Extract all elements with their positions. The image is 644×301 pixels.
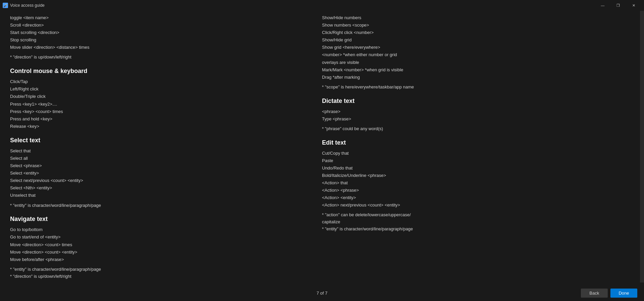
- main-content: toggle <item name> Scroll <direction> St…: [0, 11, 644, 281]
- cmd-select-next-prev: Select next/previous <count> <entity>: [10, 177, 309, 184]
- edit-text-title: Edit text: [322, 139, 620, 146]
- title-bar-left: 🎤 Voice access guide: [3, 3, 45, 8]
- window-title: Voice access guide: [10, 3, 45, 8]
- scrollbar[interactable]: [640, 11, 644, 283]
- cmd-double-triple: Double/Triple click: [10, 93, 309, 100]
- cmd-cut-copy: Cut/Copy that: [322, 150, 620, 157]
- page-indicator: 7 of 7: [317, 291, 328, 296]
- cmd-stop-scrolling: Stop scrolling: [10, 36, 309, 44]
- cmd-unselect: Unselect that: [10, 192, 309, 199]
- cmd-go-top-bottom: Go to top/bottom: [10, 226, 309, 233]
- cmd-show-hide-grid: Show/Hide grid: [322, 36, 620, 44]
- cmd-action-entity: <Action> <entity>: [322, 194, 620, 201]
- cmd-type-phrase: Type <phrase>: [322, 115, 620, 123]
- cmd-toggle: toggle <item name>: [10, 14, 309, 22]
- done-button[interactable]: Done: [610, 289, 637, 298]
- top-commands-left: toggle <item name> Scroll <direction> St…: [10, 14, 309, 51]
- cmd-move-before-after: Move before/after <phrase>: [10, 256, 309, 263]
- left-column: toggle <item name> Scroll <direction> St…: [10, 14, 322, 261]
- cmd-bold-italic: Bold/Italicize/Underline <phrase>: [322, 172, 620, 179]
- cmd-action-next-prev: <Action> next/previous <count> <entity>: [322, 201, 620, 209]
- cmd-mark-number: Mark/Mark <number> *when grid is visible: [322, 66, 620, 74]
- cmd-paste: Paste: [322, 157, 620, 164]
- edit-text-notes: * "action" can be delete/lowercase/upper…: [322, 212, 620, 232]
- select-text-title: Select text: [10, 137, 309, 144]
- footer: 7 of 7 Back Done: [0, 283, 644, 301]
- cmd-start-scrolling: Start scrolling <direction>: [10, 29, 309, 36]
- cmd-overlays-visible: overlays are visible: [322, 59, 620, 66]
- dictate-text-note: * "phrase" could be any word(s): [322, 125, 620, 133]
- app-icon: 🎤: [3, 3, 8, 8]
- section-dictate-text: Dictate text <phrase> Type <phrase> * "p…: [322, 98, 620, 133]
- cmd-action-that: <Action> that: [322, 179, 620, 187]
- close-button[interactable]: ✕: [626, 0, 641, 10]
- cmd-select-nth: Select <Nth> <entity>: [10, 184, 309, 192]
- navigate-text-title: Navigate text: [10, 216, 309, 223]
- dictate-text-title: Dictate text: [322, 98, 620, 105]
- cmd-select-that: Select that: [10, 147, 309, 155]
- navigate-text-commands: Go to top/bottom Go to start/end of <ent…: [10, 226, 309, 263]
- control-mouse-commands: Click/Tap Left/Right click Double/Triple…: [10, 78, 309, 130]
- cmd-select-all: Select all: [10, 155, 309, 162]
- select-text-note: * "entity" is character/word/line/paragr…: [10, 202, 309, 209]
- cmd-left-right-click: Left/Right click: [10, 85, 309, 93]
- cmd-press-keys: Press <key1> <key2>....: [10, 101, 309, 108]
- cmd-release: Release <key>: [10, 123, 309, 130]
- cmd-select-phrase: Select <phrase>: [10, 162, 309, 170]
- top-commands-right: Show/Hide numbers Show numbers <scope> C…: [322, 14, 620, 81]
- minimize-button[interactable]: —: [595, 0, 610, 10]
- cmd-select-entity: Select <entity>: [10, 170, 309, 177]
- cmd-click-tap: Click/Tap: [10, 78, 309, 85]
- section-navigate-text: Navigate text Go to top/bottom Go to sta…: [10, 216, 309, 280]
- restore-button[interactable]: ❐: [610, 0, 626, 10]
- right-column: Show/Hide numbers Show numbers <scope> C…: [322, 14, 634, 261]
- cmd-move-slider: Move slider <direction> <distance> times: [10, 44, 309, 51]
- cmd-click-right-number: Click/Right click <number>: [322, 29, 620, 36]
- section-select-text: Select text Select that Select all Selec…: [10, 137, 309, 209]
- title-bar: 🎤 Voice access guide — ❐ ✕: [0, 0, 644, 11]
- cmd-go-start-end: Go to start/end of <entity>: [10, 233, 309, 241]
- dictate-text-commands: <phrase> Type <phrase>: [322, 108, 620, 123]
- select-text-commands: Select that Select all Select <phrase> S…: [10, 147, 309, 199]
- cmd-press-hold: Press and hold <key>: [10, 115, 309, 123]
- window-controls: — ❐ ✕: [595, 0, 641, 10]
- cmd-action-phrase: <Action> <phrase>: [322, 187, 620, 194]
- edit-text-commands: Cut/Copy that Paste Undo/Redo that Bold/…: [322, 150, 620, 209]
- back-button[interactable]: Back: [581, 289, 608, 298]
- cmd-move-direction-entity: Move <direction> <count> <entity>: [10, 249, 309, 256]
- direction-note-top: * "direction" is up/down/left/right: [10, 54, 309, 61]
- cmd-move-direction-count: Move <direction> <count> times: [10, 241, 309, 249]
- scope-note: * "scope" is here/everywhere/taskbar/app…: [322, 84, 620, 91]
- cmd-drag-after-marking: Drag *after marking: [322, 74, 620, 81]
- section-edit-text: Edit text Cut/Copy that Paste Undo/Redo …: [322, 139, 620, 233]
- cmd-show-numbers-scope: Show numbers <scope>: [322, 22, 620, 29]
- cmd-show-hide-numbers: Show/Hide numbers: [322, 14, 620, 22]
- footer-buttons: Back Done: [581, 289, 637, 298]
- cmd-undo-redo: Undo/Redo that: [322, 164, 620, 172]
- control-mouse-title: Control mouse & keyboard: [10, 68, 309, 75]
- cmd-show-grid: Show grid <here/everywhere>: [322, 44, 620, 51]
- section-control-mouse: Control mouse & keyboard Click/Tap Left/…: [10, 68, 309, 130]
- cmd-number-overlay: <number> *when either number or grid: [322, 51, 620, 59]
- navigate-text-notes: * "entity" is character/word/line/paragr…: [10, 266, 309, 280]
- cmd-phrase: <phrase>: [322, 108, 620, 115]
- cmd-press-count: Press <key> <count> times: [10, 108, 309, 115]
- cmd-scroll: Scroll <direction>: [10, 22, 309, 29]
